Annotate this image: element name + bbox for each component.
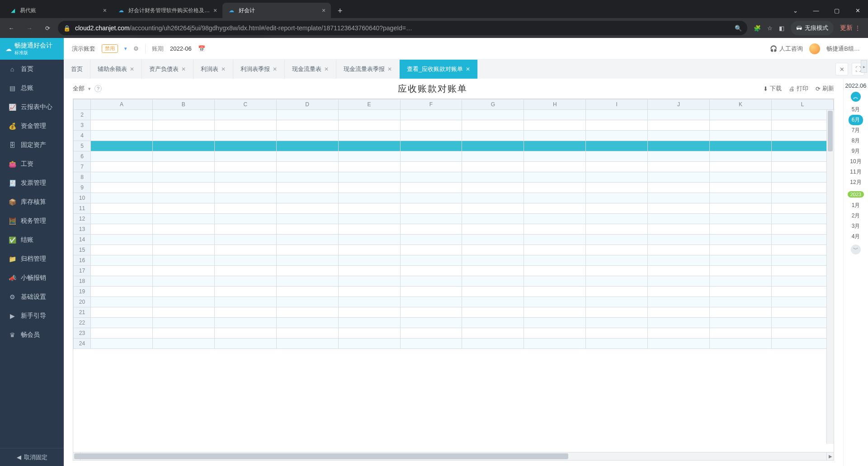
sheet-cell[interactable] [771, 214, 833, 224]
month-10月[interactable]: 10月 [849, 156, 863, 167]
sheet-cell[interactable] [91, 328, 153, 339]
back-button[interactable]: ← [4, 20, 19, 36]
sheet-cell[interactable] [276, 141, 338, 151]
update-button[interactable]: 更新⋮ [836, 24, 864, 32]
sidebar-item-5[interactable]: 👛工资 [0, 155, 64, 174]
sheet-cell[interactable] [524, 120, 586, 131]
sheet-cell[interactable] [524, 172, 586, 183]
sheet-cell[interactable] [648, 339, 710, 349]
sheet-cell[interactable] [648, 255, 710, 266]
sheet-cell[interactable] [91, 110, 153, 120]
sheet-cell[interactable] [648, 120, 710, 131]
sheet-cell[interactable] [771, 193, 833, 203]
col-header-C[interactable]: C [214, 99, 276, 110]
sheet-cell[interactable] [276, 297, 338, 307]
sheet-cell[interactable] [214, 203, 276, 214]
sheet-cell[interactable] [214, 151, 276, 162]
sheet-cell[interactable] [400, 287, 462, 297]
sheet-cell[interactable] [214, 307, 276, 318]
sheet-cell[interactable] [338, 172, 400, 183]
sheet-cell[interactable] [462, 276, 524, 287]
sheet-cell[interactable] [586, 318, 648, 328]
sheet-cell[interactable] [586, 203, 648, 214]
scroll-up-button[interactable]: ︽ [851, 92, 861, 102]
sheet-row-2[interactable]: 2 [74, 110, 834, 120]
sheet-cell[interactable] [771, 183, 833, 193]
sheet-cell[interactable] [524, 245, 586, 255]
gear-icon[interactable]: ⚙ [133, 45, 139, 52]
address-bar[interactable]: 🔒 cloud2.chanjet.com/accounting/uh26t264… [58, 21, 747, 35]
sheet-row-3[interactable]: 3 [74, 120, 834, 131]
period-value[interactable]: 2022-06 [170, 45, 192, 52]
sheet-cell[interactable] [586, 110, 648, 120]
sheet-cell[interactable] [91, 214, 153, 224]
sheet-cell[interactable] [710, 307, 772, 318]
sheet-cell[interactable] [91, 183, 153, 193]
sheet-cell[interactable] [214, 245, 276, 255]
sheet-cell[interactable] [152, 183, 214, 193]
sheet-cell[interactable] [152, 151, 214, 162]
sheet-cell[interactable] [214, 162, 276, 172]
sheet-cell[interactable] [400, 110, 462, 120]
sheet-cell[interactable] [462, 193, 524, 203]
sheet-row-5[interactable]: 5 [74, 141, 834, 151]
row-header[interactable]: 3 [74, 120, 91, 131]
doctab-7[interactable]: 查看_应收账款对账单✕ [400, 60, 478, 79]
sheet-cell[interactable] [152, 214, 214, 224]
sidebar-item-8[interactable]: 🧮税务管理 [0, 212, 64, 231]
sheet-cell[interactable] [214, 110, 276, 120]
sheet-cell[interactable] [400, 172, 462, 183]
sheet-cell[interactable] [586, 193, 648, 203]
col-header-G[interactable]: G [462, 99, 524, 110]
row-header[interactable]: 5 [74, 141, 91, 151]
sheet-cell[interactable] [91, 245, 153, 255]
sheet-cell[interactable] [710, 183, 772, 193]
sidebar-item-0[interactable]: ⌂首页 [0, 60, 64, 79]
sheet-cell[interactable] [214, 183, 276, 193]
sheet-cell[interactable] [276, 172, 338, 183]
sheet-cell[interactable] [524, 141, 586, 151]
sheet-cell[interactable] [338, 307, 400, 318]
sheet-cell[interactable] [462, 172, 524, 183]
avatar[interactable] [809, 43, 820, 54]
sheet-cell[interactable] [462, 183, 524, 193]
sheet-cell[interactable] [771, 276, 833, 287]
sheet-cell[interactable] [462, 214, 524, 224]
vertical-scrollbar[interactable] [826, 110, 834, 444]
sheet-cell[interactable] [91, 235, 153, 245]
sheet-cell[interactable] [276, 183, 338, 193]
sheet-row-12[interactable]: 12 [74, 214, 834, 224]
sheet-cell[interactable] [462, 203, 524, 214]
sheet-cell[interactable] [586, 255, 648, 266]
sheet-cell[interactable] [586, 120, 648, 131]
refresh-button[interactable]: ⟳刷新 [816, 85, 834, 93]
sheet-cell[interactable] [524, 328, 586, 339]
sheet-row-24[interactable]: 24 [74, 339, 834, 349]
sheet-cell[interactable] [462, 328, 524, 339]
sheet-cell[interactable] [648, 110, 710, 120]
sheet-cell[interactable] [91, 193, 153, 203]
col-header-E[interactable]: E [338, 99, 400, 110]
sheet-cell[interactable] [586, 151, 648, 162]
sheet-cell[interactable] [214, 224, 276, 235]
sheet-cell[interactable] [91, 266, 153, 276]
sheet-cell[interactable] [648, 151, 710, 162]
sheet-cell[interactable] [524, 183, 586, 193]
sheet-cell[interactable] [152, 235, 214, 245]
sheet-cell[interactable] [648, 224, 710, 235]
sheet-grid[interactable]: ABCDEFGHIJKL2345678910111213141516171819… [73, 99, 834, 452]
sheet-cell[interactable] [276, 328, 338, 339]
sheet-row-17[interactable]: 17 [74, 266, 834, 276]
sheet-cell[interactable] [214, 120, 276, 131]
calendar-icon[interactable]: 📅 [198, 45, 205, 52]
support-button[interactable]: 🎧 人工咨询 [770, 45, 803, 53]
sheet-cell[interactable] [771, 141, 833, 151]
reload-button[interactable]: ⟳ [40, 20, 55, 36]
sheet-cell[interactable] [214, 255, 276, 266]
bookmark-icon[interactable]: ◧ [779, 25, 784, 32]
col-header-B[interactable]: B [152, 99, 214, 110]
sheet-cell[interactable] [710, 131, 772, 141]
tab-close-icon[interactable]: × [213, 7, 217, 14]
sheet-cell[interactable] [338, 318, 400, 328]
sheet-cell[interactable] [338, 297, 400, 307]
